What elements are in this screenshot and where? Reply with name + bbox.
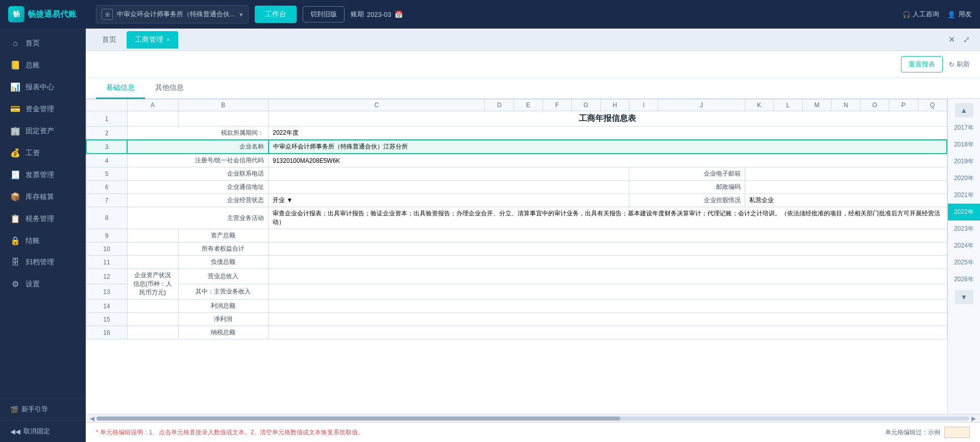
- scroll-left-arrow[interactable]: ◀: [88, 415, 96, 422]
- cell-10A[interactable]: [127, 242, 178, 256]
- year-item-2017[interactable]: 2017年: [948, 119, 980, 136]
- cell-6L[interactable]: [745, 181, 947, 194]
- reset-report-button[interactable]: 重置报表: [901, 56, 943, 72]
- sidebar-item-assets[interactable]: 🏢 固定资产: [0, 120, 86, 142]
- cell-6A[interactable]: 企业通信地址: [127, 181, 268, 194]
- table-row: 16 纳税总额: [86, 326, 947, 339]
- cell-10B[interactable]: 所有者权益合计: [178, 242, 268, 256]
- cell-7A[interactable]: 企业经营状态: [127, 194, 268, 207]
- cell-7C[interactable]: 开业 ▼: [268, 194, 629, 207]
- cell-5C[interactable]: [268, 167, 629, 181]
- tab-close-button[interactable]: ×: [166, 36, 170, 43]
- cell-12B[interactable]: 营业总收入: [178, 269, 268, 284]
- workbench-button[interactable]: 工作台: [255, 6, 297, 23]
- year-down-button[interactable]: ▼: [955, 290, 973, 304]
- cell-2A[interactable]: 税款所属期间：: [127, 127, 268, 140]
- table-row: 1 工商年报信息表: [86, 111, 947, 127]
- cell-11C[interactable]: [268, 256, 947, 269]
- app-name: 畅捷通易代账: [28, 9, 77, 20]
- cell-11B[interactable]: 负债总额: [178, 256, 268, 269]
- cell-1A[interactable]: [127, 111, 178, 127]
- cell-14B[interactable]: 利润总额: [178, 300, 268, 313]
- year-item-2018[interactable]: 2018年: [948, 136, 980, 153]
- year-item-2025[interactable]: 2025年: [948, 254, 980, 271]
- sidebar-new-guide[interactable]: 🎬 新手引导: [0, 398, 86, 420]
- support-button[interactable]: 🎧 人工咨询: [902, 10, 939, 19]
- cell-5J[interactable]: 企业电子邮箱: [629, 167, 745, 181]
- cell-5A[interactable]: 企业联系电话: [127, 167, 268, 181]
- cell-3A[interactable]: 企业名称: [127, 140, 268, 154]
- cell-7J[interactable]: 企业控股情况: [629, 194, 745, 207]
- sidebar-unpin[interactable]: ◀◀ 取消固定: [0, 420, 86, 442]
- cell-6J[interactable]: 邮政编码: [629, 181, 745, 194]
- cell-5L[interactable]: [745, 167, 947, 181]
- year-item-2020[interactable]: 2020年: [948, 170, 980, 187]
- cell-1B[interactable]: [178, 111, 268, 127]
- cell-8A[interactable]: 主营业务活动: [127, 207, 268, 229]
- table-row: 11 负债总额: [86, 256, 947, 269]
- cell-16A[interactable]: [127, 326, 178, 339]
- sidebar-item-inventory[interactable]: 📦 库存核算: [0, 186, 86, 208]
- year-item-2019[interactable]: 2019年: [948, 153, 980, 170]
- year-item-2023[interactable]: 2023年: [948, 220, 980, 237]
- calendar-icon[interactable]: 📅: [395, 11, 403, 18]
- cell-9C[interactable]: [268, 229, 947, 242]
- sidebar-item-close[interactable]: 🔒 结账: [0, 230, 86, 252]
- sidebar-item-finance[interactable]: 💳 资金管理: [0, 98, 86, 120]
- sidebar-item-ledger[interactable]: 📒 总账: [0, 54, 86, 76]
- company-selector[interactable]: ⊞ 中审众环会计师事务所（特殊普通合伙... ▾: [96, 5, 249, 23]
- cell-16B[interactable]: 纳税总额: [178, 326, 268, 339]
- tax-icon: 📋: [10, 214, 20, 224]
- cell-12C[interactable]: [268, 269, 947, 284]
- cell-13C[interactable]: [268, 284, 947, 300]
- cell-4A[interactable]: 注册号/统一社会信用代码: [127, 154, 268, 167]
- horizontal-scrollbar[interactable]: ◀ ▶: [86, 414, 980, 422]
- cell-9B[interactable]: 资产总额: [178, 229, 268, 242]
- window-close-button[interactable]: ✕: [946, 33, 957, 46]
- refresh-button[interactable]: ↻ 刷新: [949, 60, 970, 69]
- cell-12A[interactable]: 企业资产状况信息(币种：人民币万元): [127, 269, 178, 300]
- cell-4C[interactable]: 91320100MA208E5W6K: [268, 154, 947, 167]
- sidebar-item-settings[interactable]: ⚙ 设置: [0, 273, 86, 295]
- cell-10C[interactable]: [268, 242, 947, 256]
- cell-13B[interactable]: 其中：主营业务收入: [178, 284, 268, 300]
- year-item-2021[interactable]: 2021年: [948, 187, 980, 204]
- sidebar-item-wages[interactable]: 💰 工资: [0, 142, 86, 164]
- sub-tab-other[interactable]: 其他信息: [145, 78, 194, 99]
- sidebar-item-home[interactable]: ⌂ 首页: [0, 33, 86, 54]
- sheet-wrapper[interactable]: A B C D E F G H I J: [86, 99, 947, 414]
- cell-9A[interactable]: [127, 229, 178, 242]
- cell-7L[interactable]: 私营企业: [745, 194, 947, 207]
- year-item-2026[interactable]: 2026年: [948, 271, 980, 288]
- tab-home[interactable]: 首页: [94, 31, 125, 48]
- sidebar-item-reports[interactable]: 📊 报表中心: [0, 76, 86, 98]
- sidebar-item-tax[interactable]: 📋 税务管理: [0, 208, 86, 230]
- tab-active[interactable]: 工商管理 ×: [127, 31, 178, 48]
- cell-14A[interactable]: [127, 300, 178, 313]
- sidebar-item-invoices[interactable]: 🧾 发票管理: [0, 164, 86, 186]
- cell-15B[interactable]: 净利润: [178, 313, 268, 326]
- cell-16C[interactable]: [268, 326, 947, 339]
- cell-15A[interactable]: [127, 313, 178, 326]
- year-item-2022[interactable]: 2022年: [948, 204, 980, 220]
- cell-3C[interactable]: 中审众环会计师事务所（特殊普通合伙）江苏分所: [268, 140, 947, 154]
- scroll-track[interactable]: [96, 416, 969, 421]
- cell-6C[interactable]: [268, 181, 629, 194]
- year-up-button[interactable]: ▲: [955, 103, 973, 117]
- cell-8C[interactable]: 审查企业会计报表；出具审计报告；验证企业资本；出具验资报告；办理企业合开、分立、…: [268, 207, 947, 229]
- scroll-right-arrow[interactable]: ▶: [969, 415, 978, 422]
- logo-icon: 畅: [8, 6, 24, 22]
- year-item-2024[interactable]: 2024年: [948, 237, 980, 254]
- sidebar-item-archive[interactable]: 🗄 归档管理: [0, 252, 86, 273]
- cell-11A[interactable]: [127, 256, 178, 269]
- cell-14C[interactable]: [268, 300, 947, 313]
- table-row: 5 企业联系电话 企业电子邮箱: [86, 167, 947, 181]
- user-area[interactable]: 👤 用友: [947, 10, 972, 19]
- window-expand-button[interactable]: ⤢: [961, 33, 972, 46]
- cell-2C[interactable]: 2022年度: [268, 127, 947, 140]
- sub-tab-basic[interactable]: 基础信息: [96, 78, 145, 99]
- cell-1C-title[interactable]: 工商年报信息表: [268, 111, 947, 127]
- cell-15C[interactable]: [268, 313, 947, 326]
- old-version-button[interactable]: 切到旧版: [303, 6, 345, 22]
- scroll-thumb[interactable]: [96, 416, 620, 421]
